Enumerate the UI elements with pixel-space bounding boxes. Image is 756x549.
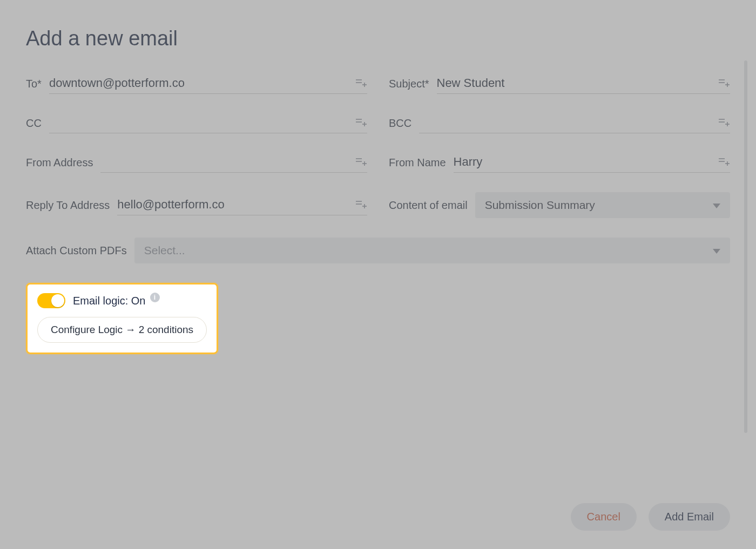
cc-input[interactable] <box>49 113 355 132</box>
content-select-value: Submission Summary <box>485 199 595 212</box>
email-logic-label: Email logic: On <box>73 295 146 307</box>
configure-logic-text: Configure Logic → 2 conditions <box>51 324 193 336</box>
bcc-label: BCC <box>389 117 411 130</box>
insert-field-icon[interactable] <box>355 157 367 167</box>
to-input-wrap <box>49 74 367 94</box>
reply-to-input-wrap <box>117 195 367 215</box>
reply-to-input[interactable] <box>117 195 355 214</box>
cancel-button[interactable]: Cancel <box>571 503 637 531</box>
insert-field-icon[interactable] <box>718 78 730 88</box>
email-logic-panel: Email logic: On i Configure Logic → 2 co… <box>26 283 218 354</box>
email-editor-dialog: Add a new email To* Subject* CC <box>0 0 756 549</box>
insert-field-icon[interactable] <box>355 200 367 209</box>
field-to: To* <box>26 74 367 94</box>
field-attach-pdfs: Attach Custom PDFs Select... <box>26 238 730 263</box>
email-logic-row: Email logic: On i <box>37 293 207 308</box>
svg-marker-28 <box>713 204 720 208</box>
from-address-input-wrap <box>100 153 367 173</box>
page-title: Add a new email <box>26 27 730 50</box>
field-bcc: BCC <box>389 113 730 133</box>
from-name-input[interactable] <box>454 153 718 171</box>
insert-field-icon[interactable] <box>718 118 730 127</box>
content-select[interactable]: Submission Summary <box>475 192 730 218</box>
info-icon[interactable]: i <box>150 293 160 302</box>
cc-label: CC <box>26 117 42 130</box>
from-address-input[interactable] <box>100 153 355 171</box>
bcc-input[interactable] <box>419 113 718 132</box>
chevron-down-icon <box>713 199 720 212</box>
configure-logic-button[interactable]: Configure Logic → 2 conditions <box>37 317 207 343</box>
subject-input-wrap <box>437 74 731 94</box>
field-from-name: From Name <box>389 153 730 173</box>
insert-field-icon[interactable] <box>355 78 367 88</box>
scrollbar-track[interactable] <box>744 60 747 433</box>
field-cc: CC <box>26 113 367 133</box>
form-grid: To* Subject* CC <box>26 74 730 263</box>
svg-marker-29 <box>713 249 720 254</box>
chevron-down-icon <box>713 244 720 257</box>
attach-pdfs-placeholder: Select... <box>144 244 185 257</box>
cc-input-wrap <box>49 113 367 133</box>
bcc-input-wrap <box>419 113 730 133</box>
subject-label: Subject* <box>389 78 429 90</box>
field-content: Content of email Submission Summary <box>389 192 730 218</box>
to-input[interactable] <box>49 74 355 92</box>
content-label: Content of email <box>389 199 468 212</box>
reply-to-label: Reply To Address <box>26 199 110 212</box>
toggle-knob <box>51 294 64 307</box>
insert-field-icon[interactable] <box>718 157 730 167</box>
field-subject: Subject* <box>389 74 730 94</box>
subject-input[interactable] <box>437 74 719 92</box>
insert-field-icon[interactable] <box>355 118 367 127</box>
add-email-button[interactable]: Add Email <box>649 503 730 531</box>
attach-pdfs-select[interactable]: Select... <box>134 238 730 263</box>
field-reply-to: Reply To Address <box>26 192 367 218</box>
from-name-label: From Name <box>389 157 446 169</box>
from-address-label: From Address <box>26 157 93 169</box>
attach-pdfs-label: Attach Custom PDFs <box>26 245 127 257</box>
to-label: To* <box>26 78 42 90</box>
field-from-address: From Address <box>26 153 367 173</box>
email-logic-toggle[interactable] <box>37 293 65 308</box>
dialog-footer: Cancel Add Email <box>571 503 730 531</box>
from-name-input-wrap <box>454 153 730 173</box>
